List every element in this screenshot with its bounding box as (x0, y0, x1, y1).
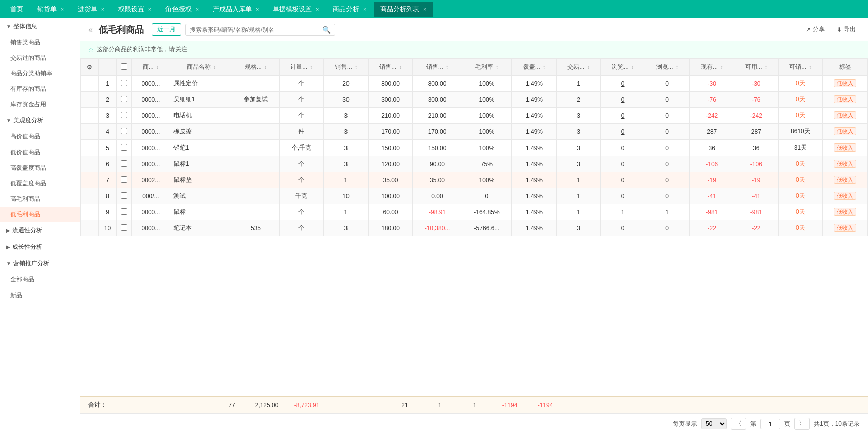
nav-home[interactable]: 首页 (4, 2, 29, 17)
row-checkbox-3[interactable] (121, 128, 127, 134)
unit-col-header[interactable]: 计量... ↕ (279, 59, 324, 76)
row-checkbox-cell-0[interactable] (117, 76, 132, 92)
nav-templates[interactable]: 单据模板设置 × (267, 2, 325, 17)
nav-products-in-close[interactable]: × (256, 6, 259, 12)
row-browse1-cell-3[interactable]: 0 (601, 124, 645, 140)
sidebar-item-stock-capital[interactable]: 库存资金占用 (0, 97, 80, 112)
browse1-col-header[interactable]: 浏览... ↕ (601, 59, 645, 76)
sidebar-item-high-value[interactable]: 高价值商品 (0, 129, 80, 144)
browse1-value-1[interactable]: 0 (621, 96, 625, 103)
row-checkbox-8[interactable] (121, 208, 127, 215)
row-checkbox-cell-5[interactable] (117, 156, 132, 172)
nav-products-in[interactable]: 产成品入库单 × (207, 2, 265, 17)
sidebar-item-low-coverage[interactable]: 低覆盖度商品 (0, 176, 80, 191)
row-checkbox-1[interactable] (121, 96, 127, 102)
select-all-checkbox[interactable] (121, 63, 127, 70)
sidebar-item-new-products[interactable]: 新品 (0, 287, 80, 303)
next-page-button[interactable]: 〉 (794, 418, 810, 430)
sales-price-col-header[interactable]: 销售... ↕ (368, 59, 413, 76)
checkbox-col-header[interactable] (117, 59, 132, 76)
row-browse1-cell-5[interactable]: 0 (601, 156, 645, 172)
sidebar-item-high-coverage[interactable]: 高覆盖度商品 (0, 160, 80, 176)
sidebar-item-sales-products[interactable]: 销售类商品 (0, 35, 80, 50)
sales-qty-col-header[interactable]: 销售... ↕ (324, 59, 369, 76)
sidebar-item-stocked-products[interactable]: 有库存的商品 (0, 81, 80, 97)
browse2-col-header[interactable]: 浏览... ↕ (645, 59, 689, 76)
search-icon[interactable]: 🔍 (322, 26, 331, 34)
row-checkbox-9[interactable] (121, 224, 127, 231)
nav-roles[interactable]: 角色授权 × (159, 2, 205, 17)
sidebar-group-growth-header[interactable]: ▶ 成长性分析 (0, 239, 80, 255)
sales-profit-col-header[interactable]: 销售... ↕ (413, 59, 462, 76)
nav-permissions-close[interactable]: × (148, 6, 151, 12)
row-checkbox-5[interactable] (121, 160, 127, 167)
nav-purchase-close[interactable]: × (101, 6, 104, 12)
nav-product-analysis[interactable]: 商品分析 × (327, 2, 372, 17)
sidebar-group-flow-header[interactable]: ▶ 流通性分析 (0, 222, 80, 239)
settings-icon[interactable]: ⚙ (87, 64, 92, 71)
export-button[interactable]: ⬇ 导出 (833, 23, 860, 36)
code-col-header[interactable]: 商... ↕ (132, 59, 170, 76)
row-browse1-cell-2[interactable]: 0 (601, 108, 645, 124)
page-number-input[interactable] (760, 419, 780, 429)
row-checkbox-cell-2[interactable] (117, 108, 132, 124)
browse1-value-3[interactable]: 0 (621, 128, 625, 135)
nav-product-analysis-close[interactable]: × (363, 6, 366, 12)
nav-templates-close[interactable]: × (316, 6, 319, 12)
row-browse1-cell-8[interactable]: 1 (601, 204, 645, 220)
gross-margin-col-header[interactable]: 毛利率 ↕ (462, 59, 511, 76)
settings-col-header[interactable]: ⚙ (81, 59, 99, 76)
sellable-col-header[interactable]: 可销... ↕ (778, 59, 823, 76)
name-col-header[interactable]: 商品名称 ↕ (170, 59, 232, 76)
nav-roles-close[interactable]: × (196, 6, 199, 12)
sidebar-item-low-value[interactable]: 低价值商品 (0, 144, 80, 160)
row-browse1-cell-6[interactable]: 0 (601, 172, 645, 188)
row-checkbox-cell-8[interactable] (117, 204, 132, 220)
nav-product-analysis-list[interactable]: 商品分析列表 × (374, 2, 432, 17)
spec-col-header[interactable]: 规格... ↕ (232, 59, 279, 76)
row-checkbox-7[interactable] (121, 192, 127, 199)
row-browse1-cell-1[interactable]: 0 (601, 92, 645, 108)
sidebar-item-traded-products[interactable]: 交易过的商品 (0, 50, 80, 66)
date-filter-button[interactable]: 近一月 (152, 23, 181, 36)
nav-product-analysis-list-close[interactable]: × (423, 6, 426, 12)
browse1-value-7[interactable]: 0 (621, 193, 625, 200)
row-checkbox-cell-6[interactable] (117, 172, 132, 188)
trade-times-col-header[interactable]: 交易... ↕ (556, 59, 601, 76)
sidebar-item-high-margin[interactable]: 高毛利商品 (0, 191, 80, 207)
row-browse1-cell-4[interactable]: 0 (601, 140, 645, 156)
nav-permissions[interactable]: 权限设置 × (112, 2, 157, 17)
sidebar-item-low-margin[interactable]: 低毛利商品 (0, 207, 80, 222)
row-checkbox-4[interactable] (121, 144, 127, 151)
nav-sales-close[interactable]: × (61, 6, 64, 12)
sidebar-item-all-products[interactable]: 全部商品 (0, 272, 80, 287)
row-checkbox-cell-1[interactable] (117, 92, 132, 108)
row-checkbox-cell-3[interactable] (117, 124, 132, 140)
sidebar-collapse-btn[interactable]: « (88, 25, 93, 34)
available-col-header[interactable]: 可用... ↕ (734, 59, 779, 76)
row-checkbox-6[interactable] (121, 176, 127, 183)
share-button[interactable]: ↗ 分享 (802, 23, 829, 36)
nav-purchase[interactable]: 进货单 × (72, 2, 110, 17)
browse1-value-2[interactable]: 0 (621, 112, 625, 119)
browse1-value-6[interactable]: 0 (621, 177, 625, 184)
current-stock-col-header[interactable]: 现有... ↕ (689, 59, 734, 76)
browse1-value-4[interactable]: 0 (621, 144, 625, 152)
row-checkbox-2[interactable] (121, 112, 127, 118)
browse1-value-5[interactable]: 0 (621, 161, 625, 168)
prev-page-button[interactable]: 〈 (731, 418, 746, 430)
row-browse1-cell-7[interactable]: 0 (601, 188, 645, 204)
sidebar-group-marketing-header[interactable]: ▼ 营销推广分析 (0, 255, 80, 272)
browse1-value-9[interactable]: 0 (621, 225, 625, 232)
row-checkbox-cell-7[interactable] (117, 188, 132, 204)
search-input[interactable] (190, 26, 322, 33)
row-checkbox-cell-4[interactable] (117, 140, 132, 156)
tag-col-header[interactable]: 标签 (823, 59, 868, 76)
browse1-value-0[interactable]: 0 (621, 80, 625, 87)
browse1-value-8[interactable]: 1 (621, 209, 625, 216)
row-browse1-cell-0[interactable]: 0 (601, 76, 645, 92)
coverage-col-header[interactable]: 覆盖... ↕ (512, 59, 557, 76)
row-checkbox-cell-9[interactable] (117, 220, 132, 236)
page-size-select[interactable]: 20 50 100 200 (701, 418, 727, 429)
sidebar-item-category-sales[interactable]: 商品分类助销率 (0, 66, 80, 81)
